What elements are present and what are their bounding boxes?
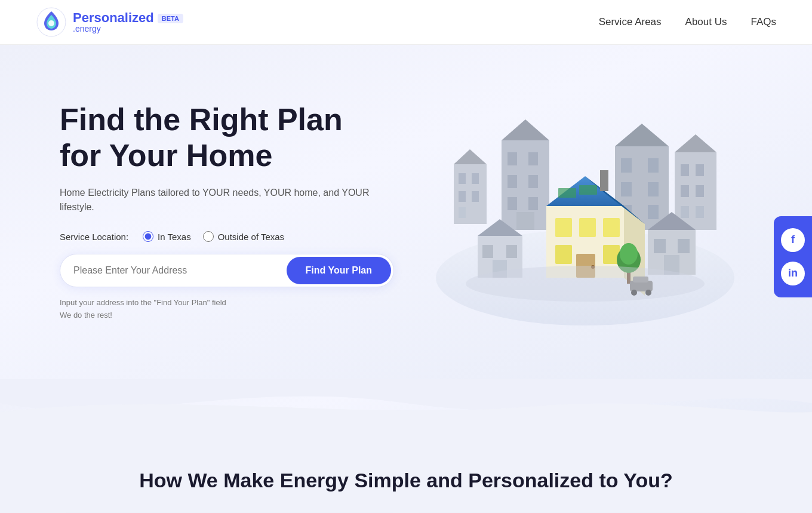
hero-subtitle: Home Electricity Plans tailored to YOUR … <box>60 186 406 214</box>
beta-badge: BETA <box>158 14 183 23</box>
service-location-label: Service Location: <box>60 232 128 242</box>
svg-rect-26 <box>516 212 534 230</box>
logo: PersonalizedBETA .energy <box>36 7 183 38</box>
svg-rect-32 <box>648 182 659 196</box>
svg-rect-14 <box>681 185 689 197</box>
social-sidebar-bg: f in <box>774 216 812 297</box>
svg-rect-5 <box>459 173 466 184</box>
nav-faqs[interactable]: FAQs <box>751 16 776 28</box>
svg-rect-13 <box>696 164 704 176</box>
how-title: How We Make Energy Simple and Personaliz… <box>48 469 764 492</box>
svg-rect-59 <box>506 245 517 258</box>
svg-point-66 <box>466 266 705 302</box>
logo-domain: .energy <box>73 24 183 33</box>
main-nav: Service Areas About Us FAQs <box>599 16 776 28</box>
svg-rect-30 <box>648 158 659 173</box>
radio-in-texas[interactable]: In Texas <box>143 231 191 242</box>
svg-rect-58 <box>482 245 493 258</box>
svg-rect-31 <box>621 182 632 196</box>
svg-rect-47 <box>558 188 576 198</box>
how-section: How We Make Energy Simple and Personaliz… <box>0 427 812 513</box>
linkedin-button[interactable]: in <box>781 262 805 285</box>
radio-outside-texas-input[interactable] <box>203 231 214 242</box>
svg-marker-11 <box>675 134 716 152</box>
logo-icon <box>36 7 67 38</box>
city-svg <box>418 93 752 331</box>
svg-rect-34 <box>648 205 659 219</box>
svg-rect-63 <box>654 239 666 253</box>
hero-section: Find the Right Plan for Your Home Home E… <box>0 45 812 379</box>
facebook-button[interactable]: f <box>781 228 805 252</box>
address-search-input[interactable] <box>60 256 284 285</box>
svg-rect-64 <box>678 239 690 253</box>
helper-text: Input your address into the "Find Your P… <box>60 297 406 322</box>
radio-group: In Texas Outside of Texas <box>143 231 284 242</box>
svg-point-1 <box>48 20 54 26</box>
svg-rect-21 <box>528 152 538 165</box>
header: PersonalizedBETA .energy Service Areas A… <box>0 0 812 45</box>
svg-rect-20 <box>508 152 517 165</box>
svg-rect-24 <box>508 197 517 210</box>
svg-rect-39 <box>600 170 608 191</box>
svg-rect-29 <box>621 158 632 173</box>
logo-text: PersonalizedBETA .energy <box>73 11 183 33</box>
svg-rect-9 <box>459 207 466 218</box>
find-plan-button[interactable]: Find Your Plan <box>287 257 391 284</box>
nav-service-areas[interactable]: Service Areas <box>599 16 662 28</box>
svg-rect-17 <box>696 206 704 218</box>
svg-rect-8 <box>472 191 479 202</box>
nav-about-us[interactable]: About Us <box>685 16 727 28</box>
svg-marker-19 <box>502 119 549 140</box>
hero-content: Find the Right Plan for Your Home Home E… <box>60 102 406 321</box>
svg-rect-15 <box>696 185 704 197</box>
svg-rect-7 <box>459 191 466 202</box>
wave-divider <box>0 379 812 427</box>
svg-rect-41 <box>579 218 596 237</box>
svg-rect-40 <box>555 218 572 237</box>
social-sidebar: f in <box>774 216 812 297</box>
svg-point-51 <box>620 243 638 265</box>
radio-in-texas-input[interactable] <box>143 231 153 242</box>
hero-illustration <box>406 93 764 331</box>
radio-outside-texas-label: Outside of Texas <box>218 232 284 242</box>
service-location: Service Location: In Texas Outside of Te… <box>60 231 406 242</box>
hero-title: Find the Right Plan for Your Home <box>60 102 406 174</box>
svg-rect-42 <box>603 218 620 237</box>
svg-marker-4 <box>454 149 487 164</box>
svg-rect-48 <box>579 185 597 195</box>
radio-in-texas-label: In Texas <box>158 232 191 242</box>
svg-rect-12 <box>681 164 689 176</box>
logo-name: PersonalizedBETA <box>73 11 183 25</box>
svg-rect-43 <box>555 245 572 264</box>
svg-rect-22 <box>508 175 517 188</box>
svg-rect-23 <box>528 175 538 188</box>
svg-rect-16 <box>681 206 689 218</box>
search-bar: Find Your Plan <box>60 254 394 287</box>
svg-rect-6 <box>472 173 479 184</box>
radio-outside-texas[interactable]: Outside of Texas <box>203 231 284 242</box>
svg-rect-25 <box>528 197 538 210</box>
svg-marker-28 <box>615 124 669 146</box>
